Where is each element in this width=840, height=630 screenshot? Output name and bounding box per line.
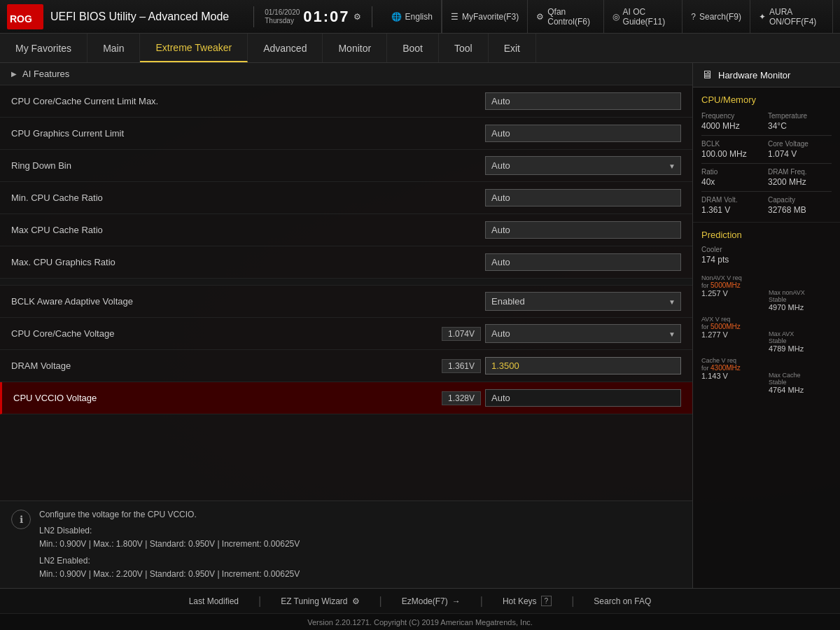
min-cpu-cache-ratio-input[interactable] (485, 189, 681, 206)
dram-freq-item: DRAM Freq. 3200 MHz (768, 168, 832, 187)
dram-volt-item: DRAM Volt. 1.361 V (701, 196, 765, 215)
qfan-action[interactable]: ⚙ Qfan Control(F6) (528, 0, 603, 34)
ez-mode-action[interactable]: EzMode(F7) → (396, 596, 466, 606)
nonavx-for-label: for 5000MHz (701, 281, 832, 289)
language-selector[interactable]: 🌐 English (383, 0, 442, 34)
setting-row-max-cpu-cache-ratio[interactable]: Max CPU Cache Ratio (0, 214, 692, 246)
nav-tool[interactable]: Tool (439, 34, 489, 62)
cpu-core-cache-limit-input[interactable] (485, 92, 681, 110)
cache-max-label: Max Cache (769, 372, 832, 379)
date-line2: Thursday (265, 17, 294, 25)
setting-value-area (485, 189, 681, 206)
setting-row-min-cpu-cache-ratio[interactable]: Min. CPU Cache Ratio (0, 182, 692, 214)
setting-value-area: 1.074V Auto (442, 324, 681, 343)
setting-row-ring-down-bin[interactable]: Ring Down Bin Auto (0, 150, 692, 182)
hot-keys-label: Hot Keys (503, 596, 537, 606)
nav-exit[interactable]: Exit (489, 34, 536, 62)
logo-area: ROG UEFI BIOS Utility – Advanced Mode (7, 4, 229, 29)
search-action[interactable]: ? Search(F9) (682, 0, 750, 34)
cache-freq[interactable]: 4300MHz (710, 364, 741, 372)
ez-tuning-wizard-action[interactable]: EZ Tuning Wizard ⚙ (275, 596, 365, 606)
dram-voltage-input[interactable] (485, 357, 681, 374)
setting-value-area: Enabled (485, 292, 681, 311)
version-text: Version 2.20.1271. Copyright (C) 2019 Am… (307, 618, 533, 626)
cooler-label: Cooler (701, 246, 832, 253)
core-voltage-item: Core Voltage 1.074 V (768, 140, 832, 159)
cpu-memory-title: CPU/Memory (701, 94, 832, 105)
setting-row-cpu-vccio-voltage[interactable]: CPU VCCIO Voltage 1.328V (0, 382, 692, 414)
nav-advanced[interactable]: Advanced (248, 34, 323, 62)
max-cpu-graphics-ratio-input[interactable] (485, 253, 681, 271)
cache-stable: Stable (769, 379, 832, 386)
bclk-aware-dropdown[interactable]: Enabled (485, 292, 681, 311)
aura-action[interactable]: ✦ AURA ON/OFF(F4) (750, 0, 833, 34)
cpu-memory-grid: Frequency 4000 MHz Temperature 34°C (701, 112, 832, 131)
search-label: Search(F9) (699, 12, 741, 22)
nonavx-freq[interactable]: 5000MHz (710, 281, 741, 289)
top-bar: ROG UEFI BIOS Utility – Advanced Mode 01… (0, 0, 840, 34)
info-title: Configure the voltage for the CPU VCCIO. (39, 508, 300, 522)
hw-divider3 (701, 191, 832, 192)
temperature-value: 34°C (768, 121, 832, 131)
ai-oc-action[interactable]: ◎ AI OC Guide(F11) (604, 0, 683, 34)
nav-extreme-tweaker[interactable]: Extreme Tweaker (140, 34, 248, 62)
globe-icon: 🌐 (391, 12, 402, 22)
nav-monitor[interactable]: Monitor (323, 34, 387, 62)
bclk-aware-value[interactable]: Enabled (485, 292, 681, 311)
setting-row-cpu-core-cache-voltage[interactable]: CPU Core/Cache Voltage 1.074V Auto (0, 318, 692, 350)
setting-row-cpu-core-cache-limit[interactable]: CPU Core/Cache Current Limit Max. (0, 85, 692, 118)
setting-row-max-cpu-graphics-ratio[interactable]: Max. CPU Graphics Ratio (0, 246, 692, 279)
cpu-graphics-limit-input[interactable] (485, 125, 681, 142)
info-ln2-disabled-values: Min.: 0.900V | Max.: 1.800V | Standard: … (39, 538, 300, 551)
cpu-core-cache-voltage-value[interactable]: Auto (485, 324, 681, 343)
setting-row-bclk-aware[interactable]: BCLK Aware Adaptive Voltage Enabled (0, 286, 692, 318)
divider4: | (571, 595, 574, 608)
core-voltage-value: 1.074 V (768, 149, 832, 159)
nav-main[interactable]: Main (88, 34, 140, 62)
myfavorite-action[interactable]: ☰ MyFavorite(F3) (442, 0, 528, 34)
ring-down-bin-value[interactable]: Auto (485, 156, 681, 175)
app-title: UEFI BIOS Utility – Advanced Mode (50, 10, 229, 23)
search-faq-action[interactable]: Search on FAQ (588, 596, 657, 606)
setting-row-dram-voltage[interactable]: DRAM Voltage 1.361V (0, 350, 692, 382)
myfavorite-icon: ☰ (451, 12, 458, 22)
hw-divider2 (701, 163, 832, 164)
setting-value-area: Auto (485, 156, 681, 175)
last-modified-action[interactable]: Last Modified (183, 596, 244, 606)
datetime-area: 01/16/2020 Thursday (265, 8, 300, 25)
cpu-core-cache-voltage-dropdown[interactable]: Auto (485, 324, 681, 343)
expand-arrow: ▶ (11, 70, 17, 78)
nonavx-max-value: 4970 MHz (769, 303, 832, 312)
cpu-vccio-voltage-input[interactable] (485, 389, 681, 407)
nonavx-label: NonAVX V req (701, 274, 832, 281)
bclk-label: BCLK (701, 140, 765, 148)
search-faq-label: Search on FAQ (594, 596, 651, 606)
setting-value-area: 1.361V (442, 357, 681, 374)
bclk-item: BCLK 100.00 MHz (701, 140, 765, 159)
setting-value-area (485, 92, 681, 110)
nav-my-favorites[interactable]: My Favorites (0, 34, 88, 62)
nonavx-block: NonAVX V req for 5000MHz 1.257 V Max non… (701, 274, 832, 312)
time-display: 01:07 (303, 8, 349, 26)
divider2: | (379, 595, 382, 608)
monitor-icon: 🖥 (701, 69, 713, 81)
hw-divider (701, 135, 832, 136)
cpu-voltage-badge: 1.074V (442, 327, 481, 341)
cpu-memory-grid3: Ratio 40x DRAM Freq. 3200 MHz (701, 168, 832, 187)
ring-down-bin-dropdown[interactable]: Auto (485, 156, 681, 175)
prediction-section: Prediction Cooler 174 pts NonAVX V req f… (693, 223, 840, 588)
avx-freq[interactable]: 5000MHz (710, 323, 741, 330)
setting-label: CPU Core/Cache Current Limit Max. (11, 96, 485, 106)
hot-keys-badge: ? (541, 596, 552, 606)
max-cpu-cache-ratio-input[interactable] (485, 221, 681, 239)
tuning-icon: ⚙ (352, 596, 360, 606)
nav-boot[interactable]: Boot (387, 34, 439, 62)
frequency-item: Frequency 4000 MHz (701, 112, 765, 131)
setting-row-cpu-graphics-limit[interactable]: CPU Graphics Current Limit (0, 118, 692, 150)
setting-label: Max. CPU Graphics Ratio (11, 257, 485, 267)
cache-max-value: 4764 MHz (769, 386, 832, 394)
hot-keys-action[interactable]: Hot Keys ? (497, 596, 557, 606)
settings-icon[interactable]: ⚙ (354, 12, 361, 22)
divider3: | (480, 595, 483, 608)
nonavx-stable: Stable (769, 296, 832, 303)
